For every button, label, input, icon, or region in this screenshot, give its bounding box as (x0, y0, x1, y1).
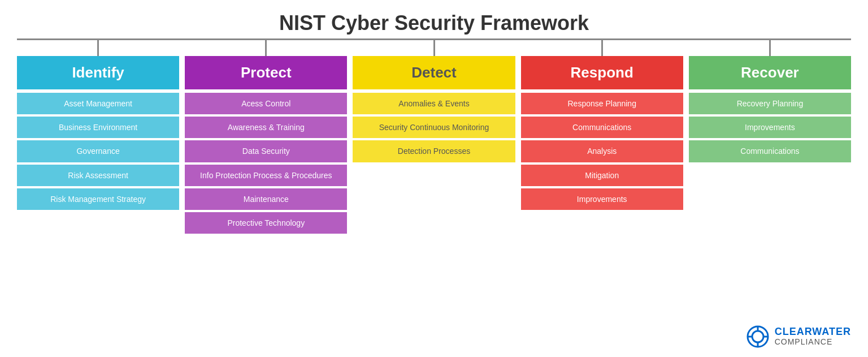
column-protect: ProtectAcess ControlAwareness & Training… (185, 40, 347, 236)
page-title: NIST Cyber Security Framework (279, 11, 589, 35)
protect-item: Acess Control (185, 93, 347, 114)
protect-item: Maintenance (185, 188, 347, 210)
detect-header: Detect (353, 56, 515, 89)
logo-clearwater: CLEARWATER (775, 326, 851, 338)
respond-item: Response Planning (521, 93, 683, 114)
protect-header: Protect (185, 56, 347, 89)
column-identify: IdentifyAsset ManagementBusiness Environ… (17, 40, 179, 236)
svg-point-1 (752, 331, 763, 342)
logo-text: CLEARWATER COMPLIANCE (775, 326, 851, 346)
protect-item: Info Protection Process & Procedures (185, 165, 347, 186)
protect-item: Data Security (185, 140, 347, 162)
protect-item: Protective Technology (185, 212, 347, 234)
framework-columns: IdentifyAsset ManagementBusiness Environ… (17, 40, 851, 236)
recover-item: Improvements (689, 117, 851, 138)
respond-item: Communications (521, 117, 683, 138)
protect-item: Awareness & Training (185, 117, 347, 138)
identify-item: Governance (17, 140, 179, 162)
detect-item: Anomalies & Events (353, 93, 515, 114)
identify-item: Business Environment (17, 117, 179, 138)
column-recover: RecoverRecovery PlanningImprovementsComm… (689, 40, 851, 236)
identify-item: Risk Assessment (17, 165, 179, 186)
detect-item: Security Continuous Monitoring (353, 117, 515, 138)
column-respond: RespondResponse PlanningCommunicationsAn… (521, 40, 683, 236)
identify-item: Asset Management (17, 93, 179, 114)
respond-item: Improvements (521, 188, 683, 210)
respond-item: Analysis (521, 140, 683, 162)
footer-logo: CLEARWATER COMPLIANCE (745, 324, 851, 349)
recover-item: Communications (689, 140, 851, 162)
recover-header: Recover (689, 56, 851, 89)
column-detect: DetectAnomalies & EventsSecurity Continu… (353, 40, 515, 236)
detect-item: Detection Processes (353, 140, 515, 162)
clearwater-logo-icon (745, 324, 770, 349)
respond-item: Mitigation (521, 165, 683, 186)
logo-compliance: COMPLIANCE (775, 338, 851, 346)
respond-header: Respond (521, 56, 683, 89)
identify-item: Risk Management Strategy (17, 188, 179, 210)
identify-header: Identify (17, 56, 179, 89)
recover-item: Recovery Planning (689, 93, 851, 114)
